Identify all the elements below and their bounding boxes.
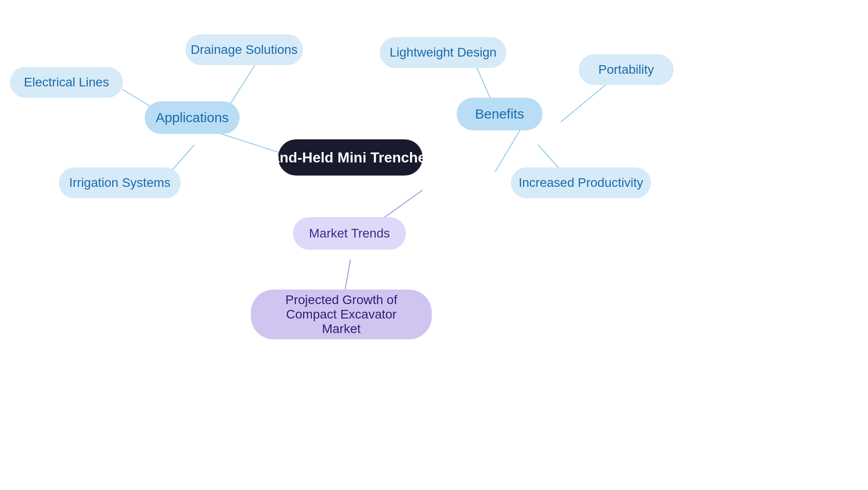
center-node: Hand-Held Mini Trenchers: [278, 139, 423, 176]
projected-growth-node: Projected Growth of Compact Excavator Ma…: [251, 290, 432, 339]
applications-node: Applications: [145, 101, 240, 134]
market-trends-node: Market Trends: [293, 217, 406, 250]
benefits-node: Benefits: [457, 98, 542, 130]
irrigation-systems-node: Irrigation Systems: [59, 167, 181, 198]
portability-node: Portability: [579, 54, 674, 85]
drainage-solutions-node: Drainage Solutions: [185, 34, 303, 65]
increased-productivity-node: Increased Productivity: [511, 167, 651, 198]
svg-line-4: [495, 130, 520, 172]
electrical-lines-node: Electrical Lines: [10, 67, 123, 98]
svg-line-6: [561, 81, 610, 122]
connections-svg: [0, 0, 868, 490]
lightweight-design-node: Lightweight Design: [380, 37, 506, 68]
mindmap-container: Hand-Held Mini Trenchers Applications Dr…: [0, 0, 868, 490]
